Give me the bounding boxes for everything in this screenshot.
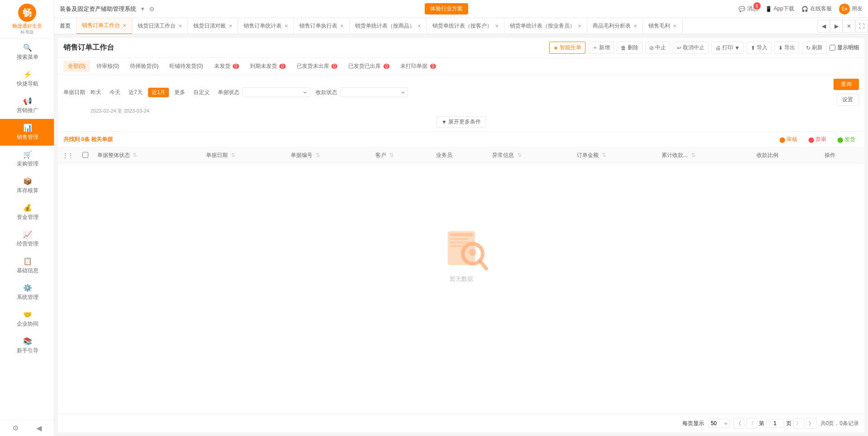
- page-size-select[interactable]: 20 50 100 200: [708, 419, 730, 428]
- export-button[interactable]: ⬇ 导出: [774, 42, 799, 54]
- refresh-button[interactable]: ↻ 刷新: [802, 42, 827, 54]
- import-button[interactable]: ⬆ 导入: [747, 42, 772, 54]
- tab-close-icon[interactable]: ✕: [284, 24, 288, 28]
- sub-tab-overdue-ship[interactable]: 到期未发货 0: [245, 61, 290, 72]
- sort-icon[interactable]: ⇅: [517, 152, 522, 158]
- date-custom[interactable]: 自定义: [191, 88, 212, 97]
- page-last-btn[interactable]: 》: [806, 418, 817, 429]
- sidebar-item-management[interactable]: 📈 经营管理: [0, 226, 54, 252]
- online-service-item[interactable]: 🎧 在线客服: [801, 5, 832, 13]
- ship-action-btn[interactable]: ⬤ 发货: [834, 134, 859, 145]
- sidebar-item-sales[interactable]: 📊 销售管理: [0, 119, 54, 146]
- cancel-stop-button[interactable]: ↩ 取消中止: [673, 42, 709, 54]
- review-action-btn[interactable]: ⬤ 审核: [776, 134, 801, 145]
- settings-header-icon[interactable]: ⚙: [149, 5, 155, 13]
- sidebar-item-system[interactable]: ⚙️ 系统管理: [0, 279, 54, 306]
- sub-tab-unprinted[interactable]: 未打印单据 0: [396, 61, 441, 72]
- sub-tab-all[interactable]: 全部(0): [63, 61, 90, 72]
- add-button[interactable]: ＋ 新增: [588, 42, 614, 54]
- tab-close-icon[interactable]: ✕: [229, 24, 232, 28]
- page-prev-btn[interactable]: 〈: [746, 418, 757, 429]
- print-button[interactable]: 🖨 打印 ▼: [711, 42, 744, 54]
- tab-cash-reconcile[interactable]: 钱货日清对账 ✕: [188, 18, 238, 34]
- trial-button[interactable]: 体验行业方案: [425, 3, 468, 14]
- select-all-checkbox[interactable]: [82, 152, 88, 158]
- tab-cash-daily[interactable]: 钱货日清工作台 ✕: [132, 18, 188, 34]
- sidebar-item-quick-nav[interactable]: ⚡ 快捷导航: [0, 66, 54, 92]
- tab-sales-by-product[interactable]: 销货单统计表（按商品） ✕: [350, 18, 427, 34]
- sub-tab-pending-review[interactable]: 待审核(0): [92, 61, 124, 72]
- sidebar-item-search[interactable]: 🔍 搜索菜单: [0, 39, 54, 66]
- tab-sales-stat[interactable]: 销售订单统计表 ✕: [238, 18, 294, 34]
- sidebar-item-marketing[interactable]: 📢 营销推广: [0, 92, 54, 119]
- set-button[interactable]: 设置: [836, 94, 859, 106]
- tab-close-icon[interactable]: ✕: [417, 24, 421, 28]
- sort-icon[interactable]: ⇅: [231, 152, 235, 158]
- sort-icon[interactable]: ⇅: [691, 152, 695, 158]
- tab-close-icon[interactable]: ✕: [578, 24, 581, 28]
- tab-gross-profit[interactable]: 商品毛利分析表 ✕: [587, 18, 643, 34]
- tab-next-btn[interactable]: ▶: [830, 20, 843, 33]
- page-first-btn[interactable]: 《: [734, 418, 744, 429]
- sidebar-item-purchase[interactable]: 🛒 采购管理: [0, 146, 54, 172]
- tab-close-icon[interactable]: ✕: [123, 23, 126, 28]
- smart-create-button[interactable]: ★ 智能生单: [549, 42, 585, 54]
- tab-close-icon[interactable]: ✕: [495, 24, 499, 28]
- sub-tab-shipped-not-out[interactable]: 已发货未出库 0: [292, 61, 342, 72]
- tab-close-all-btn[interactable]: ✕: [843, 20, 855, 33]
- sidebar-item-guide[interactable]: 📚 新手引导: [0, 332, 54, 359]
- sidebar-item-basic-info[interactable]: 📋 基础信息: [0, 252, 54, 279]
- sort-icon[interactable]: ⇅: [602, 152, 606, 158]
- tab-close-icon[interactable]: ✕: [633, 24, 637, 28]
- tab-close-icon[interactable]: ✕: [673, 24, 676, 28]
- user-item[interactable]: Ea 用友: [839, 4, 863, 14]
- sub-tab-wangpu-ship[interactable]: 旺铺待发货(0): [165, 61, 208, 72]
- date-7days[interactable]: 近7天: [126, 88, 145, 97]
- top-header: 装备及固定资产辅助管理系统 ▼ ⚙ 体验行业方案 💬 6 消息 📱 App下载 …: [54, 0, 868, 18]
- sub-tab-pending-check[interactable]: 待择验货(0): [125, 61, 163, 72]
- date-1month[interactable]: 近1月: [148, 88, 169, 97]
- expand-conditions-button[interactable]: ▼ 展开更多条件: [436, 116, 486, 128]
- sidebar-item-enterprise[interactable]: 🤝 企业协同: [0, 306, 54, 332]
- app-download-item[interactable]: 📱 App下载: [765, 5, 794, 13]
- tab-sales-workbench[interactable]: 销售订单工作台 ✕: [77, 18, 132, 34]
- sort-icon[interactable]: ⇅: [316, 152, 320, 158]
- tab-sales-gross[interactable]: 销售毛利 ✕: [643, 18, 682, 34]
- sub-tab-shipped-out[interactable]: 已发货已出库 0: [344, 61, 394, 72]
- date-today[interactable]: 今天: [107, 88, 123, 97]
- sort-icon[interactable]: ⇅: [389, 152, 394, 158]
- sort-icon[interactable]: ⇅: [133, 152, 137, 158]
- sidebar-item-inventory[interactable]: 📦 库存核算: [0, 172, 54, 199]
- collect-filter-select[interactable]: [340, 87, 408, 97]
- void-action-btn[interactable]: ⬤ 弃审: [805, 134, 830, 145]
- col-checkbox[interactable]: [78, 148, 93, 163]
- tab-sales-by-staff[interactable]: 销货单统计表（按业务员） ✕: [504, 18, 587, 34]
- date-yesterday[interactable]: 昨天: [88, 88, 104, 97]
- tab-sales-exec[interactable]: 销售订单执行表 ✕: [294, 18, 350, 34]
- message-item[interactable]: 💬 6 消息: [739, 5, 758, 13]
- date-more[interactable]: 更多: [172, 88, 188, 97]
- ship-icon: ⬤: [837, 137, 843, 143]
- tab-prev-btn[interactable]: ◀: [817, 20, 830, 33]
- collapse-icon[interactable]: ◀: [36, 424, 42, 432]
- user-label: 用友: [852, 5, 863, 13]
- page-next-btn[interactable]: 〉: [793, 418, 804, 429]
- data-table: ⋮⋮ 单据整体状态 ⇅ 单据日期 ⇅: [58, 148, 864, 163]
- tab-maximize-btn[interactable]: ⛶: [855, 20, 868, 33]
- status-filter-select[interactable]: [242, 87, 310, 97]
- delete-button[interactable]: 🗑 删除: [617, 42, 643, 54]
- tab-sales-by-customer[interactable]: 销货单统计表（按客户） ✕: [427, 18, 504, 34]
- sub-tab-unshipped[interactable]: 未发货 0: [210, 61, 244, 72]
- tab-home[interactable]: 首页: [54, 18, 77, 34]
- dropdown-icon[interactable]: ▼: [140, 6, 145, 12]
- page-input[interactable]: [766, 419, 784, 428]
- sidebar-item-finance[interactable]: 💰 资金管理: [0, 199, 54, 226]
- tab-close-icon[interactable]: ✕: [178, 24, 182, 28]
- tab-close-icon[interactable]: ✕: [340, 24, 344, 28]
- show-detail-checkbox[interactable]: [830, 45, 835, 51]
- table-scroll[interactable]: ⋮⋮ 单据整体状态 ⇅ 单据日期 ⇅: [58, 148, 864, 414]
- stop-button[interactable]: ⊘ 中止: [645, 42, 670, 54]
- query-button[interactable]: 查询: [834, 79, 859, 90]
- settings-icon[interactable]: ⚙: [12, 424, 19, 432]
- show-detail-label[interactable]: 显示明细: [830, 44, 859, 52]
